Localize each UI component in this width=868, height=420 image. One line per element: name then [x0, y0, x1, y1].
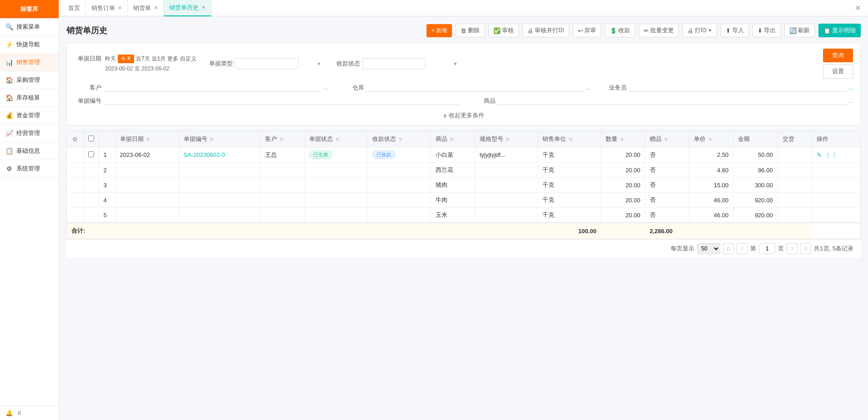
- page-title: 销货单历史: [66, 25, 107, 36]
- sidebar-item-basic-info[interactable]: 📋 基础信息: [0, 142, 59, 160]
- cell-gear: [67, 193, 83, 208]
- collect-button[interactable]: 💲 收款: [605, 24, 635, 37]
- page-suffix: 页: [778, 245, 784, 253]
- cell-sales-unit: 千克: [538, 208, 601, 223]
- doc-type-select[interactable]: [235, 58, 298, 69]
- sort-customer-icon[interactable]: ⇅: [280, 137, 283, 142]
- goods-more-icon[interactable]: ...: [848, 98, 853, 104]
- delete-icon: 🗑: [461, 27, 467, 34]
- shortcut-1month[interactable]: 近1月: [152, 55, 166, 63]
- sort-gift-icon[interactable]: ⇅: [664, 137, 668, 142]
- payment-status-select[interactable]: [362, 58, 426, 69]
- cell-spec: [475, 163, 538, 178]
- pagination: 每页显示 50 100 200 ⟨⟨ ⟨ 第 1 页 ⟩ ⟩⟩ 共1页, 5条记…: [66, 239, 861, 258]
- sidebar-item-inventory[interactable]: 🏠 库存核算: [0, 89, 59, 107]
- collapse-button[interactable]: ∧ 收起更多条件: [443, 111, 484, 120]
- sort-doc-date-icon[interactable]: ⇅: [146, 137, 150, 142]
- delete-button[interactable]: 🗑 删除: [456, 24, 485, 37]
- batch-change-button[interactable]: ✏ 批量变更: [639, 24, 679, 37]
- print-button[interactable]: 🖨 打印 ▼: [682, 24, 717, 37]
- cell-transaction: [778, 208, 812, 223]
- tab-sales-goods[interactable]: 销货单 ✕: [128, 0, 164, 16]
- cell-amount: 920.00: [733, 193, 778, 208]
- warehouse-input[interactable]: [366, 83, 584, 92]
- sort-qty-icon[interactable]: ⇅: [620, 137, 624, 142]
- cell-payment-status: [367, 208, 431, 223]
- sidebar-item-sys-mgmt[interactable]: ⚙ 系统管理: [0, 160, 59, 178]
- tab-sales-goods-close[interactable]: ✕: [154, 5, 158, 11]
- collect-icon: 💲: [610, 27, 617, 34]
- filter-settings-button[interactable]: 设置: [823, 64, 853, 79]
- cell-sales-unit: 千克: [538, 193, 601, 208]
- cell-customer: [261, 208, 305, 223]
- doc-no-link[interactable]: SA-20230602-0: [184, 151, 225, 158]
- shortcut-yesterday[interactable]: 昨天: [105, 55, 116, 63]
- salesperson-label: 业务员: [599, 84, 627, 92]
- sidebar-item-fund-mgmt[interactable]: 💰 资金管理: [0, 107, 59, 125]
- sidebar-item-quick-nav[interactable]: ⚡ 快捷导航: [0, 36, 59, 54]
- close-all-tabs-button[interactable]: ✕: [851, 4, 864, 12]
- page-number-input[interactable]: 1: [759, 243, 775, 254]
- cell-gear: [67, 208, 83, 223]
- sort-doc-status-icon[interactable]: ⇅: [336, 137, 339, 142]
- shortcut-today[interactable]: 今天: [118, 55, 134, 63]
- abandon-button[interactable]: ↩ 弃审: [573, 24, 601, 37]
- tab-sales-order-close[interactable]: ✕: [118, 5, 122, 11]
- first-page-button[interactable]: ⟨⟨: [723, 243, 734, 254]
- refresh-button[interactable]: 🔄 刷新: [784, 24, 815, 37]
- audit-print-button[interactable]: 🖨 审核并打印: [522, 24, 569, 37]
- goods-input[interactable]: [497, 96, 847, 105]
- cell-gear: [67, 178, 83, 193]
- row-checkbox[interactable]: [88, 151, 94, 157]
- sort-sales-unit-icon[interactable]: ⇅: [569, 137, 572, 142]
- notification-icon[interactable]: 🔔: [5, 410, 13, 416]
- customer-input[interactable]: [103, 83, 321, 92]
- prev-page-button[interactable]: ⟨: [737, 243, 748, 254]
- doc-no-input[interactable]: [103, 96, 459, 105]
- sidebar-item-label: 采购管理: [16, 76, 40, 84]
- query-button[interactable]: 查询: [823, 49, 853, 62]
- tab-sales-history[interactable]: 销货单历史 ✕: [164, 0, 211, 16]
- delete-label: 删除: [468, 26, 480, 35]
- table-th-action: 操作: [812, 131, 860, 147]
- shortcut-custom[interactable]: 自定义: [180, 55, 196, 63]
- warehouse-more-icon[interactable]: ...: [586, 85, 590, 91]
- show-detail-button[interactable]: 📋 显示明细: [818, 24, 861, 37]
- query-buttons-group: 查询 设置: [823, 49, 853, 79]
- edit-action-icon[interactable]: ✎: [817, 151, 822, 159]
- sidebar-item-sales-mgmt[interactable]: 📊 销售管理: [0, 54, 59, 71]
- payment-status-badge: 已收款: [372, 150, 396, 159]
- import-button[interactable]: ⬆ 导入: [721, 24, 749, 37]
- cell-amount: 50.00: [733, 147, 778, 163]
- more-action-icon[interactable]: ⋮⋮: [825, 151, 838, 159]
- sort-doc-no-icon[interactable]: ⇅: [210, 137, 213, 142]
- shortcut-7days[interactable]: 近7天: [136, 55, 150, 63]
- salesperson-input[interactable]: [628, 83, 847, 92]
- cell-doc-status: [305, 178, 368, 193]
- last-page-button[interactable]: ⟩⟩: [800, 243, 811, 254]
- new-button[interactable]: + 新增: [426, 24, 452, 37]
- sidebar-item-purchase-mgmt[interactable]: 🏠 采购管理: [0, 71, 59, 89]
- per-page-select[interactable]: 50 100 200: [697, 243, 720, 254]
- sidebar-item-ops-mgmt[interactable]: 📈 经营管理: [0, 125, 59, 142]
- next-page-button[interactable]: ⟩: [787, 243, 798, 254]
- tab-sales-history-close[interactable]: ✕: [201, 5, 206, 10]
- customer-more-icon[interactable]: ...: [323, 85, 328, 91]
- cell-payment-status: [367, 178, 431, 193]
- audit-button[interactable]: ✅ 审核: [488, 24, 519, 37]
- sort-payment-status-icon[interactable]: ⇅: [399, 137, 402, 142]
- table-settings-th[interactable]: ⚙: [67, 131, 83, 147]
- cell-unit-price: 46.00: [689, 193, 733, 208]
- select-all-checkbox[interactable]: [88, 135, 94, 141]
- sort-goods-icon[interactable]: ⇅: [450, 137, 453, 142]
- pause-icon[interactable]: ⏸: [16, 410, 22, 416]
- filter-area: 单据日期 昨天 今天 近7天 近1月 更多 自定义 2023-06-02 至 2…: [66, 43, 861, 125]
- tab-sales-order[interactable]: 销售订单 ✕: [86, 0, 128, 16]
- sort-spec-icon[interactable]: ⇅: [506, 137, 509, 142]
- export-button[interactable]: ⬇ 导出: [753, 24, 781, 37]
- tab-home[interactable]: 首页: [63, 0, 86, 16]
- sort-unit-price-icon[interactable]: ⇅: [708, 137, 712, 142]
- shortcut-more[interactable]: 更多: [167, 55, 178, 63]
- sidebar-item-search-menu[interactable]: 🔍 搜索菜单: [0, 18, 59, 36]
- salesperson-more-icon[interactable]: ...: [848, 85, 853, 91]
